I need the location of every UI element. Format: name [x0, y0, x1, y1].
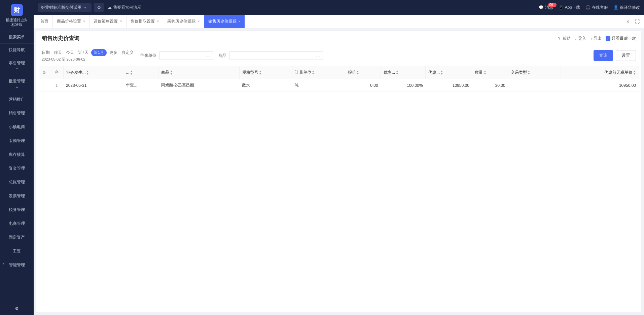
topbar-selector[interactable]: 好业财标准版交付试用 ▼ [38, 3, 92, 12]
tab-purchase-strategy[interactable]: 进价策略设置 × [90, 15, 126, 28]
product-input[interactable]: … [229, 51, 323, 60]
date-btn-yesterday[interactable]: 昨天 [52, 49, 63, 56]
th-trade-type[interactable]: 交易类型▲▼ [508, 66, 561, 79]
date-btn-more[interactable]: 更多 [108, 49, 119, 56]
row-more: 华查... [123, 79, 158, 92]
sidebar-item-ledger[interactable]: 总账管理 [0, 175, 34, 189]
from-unit-label: 往来单位 [140, 53, 156, 59]
tab-product-price[interactable]: 商品价格设置 × [53, 15, 90, 28]
message-badge: 99+ [548, 3, 557, 7]
sidebar-item-tax[interactable]: 税务管理 [0, 203, 34, 217]
sidebar-item-finance[interactable]: 资金管理 [0, 162, 34, 175]
th-more[interactable]: ...▲▼ [123, 66, 158, 79]
from-unit-input[interactable]: … [159, 51, 213, 60]
payroll-label: 工资 [13, 248, 21, 254]
help-button[interactable]: ？ 帮助 [557, 36, 571, 41]
sidebar-item-sales[interactable]: 销售管理 [0, 106, 34, 120]
user-menu[interactable]: 👤 徐泽华修改 [613, 5, 640, 10]
th-product[interactable]: 商品▲▼ [158, 66, 239, 79]
date-btn-7days[interactable]: 近7天 [77, 49, 90, 56]
topbar: 好业财标准版交付试用 ▼ ⚙ ☁ 我要看实例演示 💬 99+ 消息 📱 App下… [34, 0, 644, 15]
expand-window-button[interactable]: ⛶ [633, 18, 641, 26]
import-icon: ↓ [575, 36, 577, 41]
ecommerce-label: 电商管理 [9, 221, 25, 226]
th-discount2[interactable]: 优惠...▲▼ [425, 66, 472, 79]
th-quantity[interactable]: 数量▲▼ [472, 66, 508, 79]
service-button[interactable]: 🎧 在线客服 [585, 5, 608, 10]
service-icon: 🎧 [585, 5, 591, 10]
user-avatar-icon: 👤 [613, 5, 618, 10]
import-button[interactable]: ↓ 导入 [575, 36, 586, 41]
filter-bar: 日期 昨天 今天 近7天 近1月 更多 自定义 2023-05-02 至 202… [36, 45, 641, 66]
product-filter-group: 商品 … [218, 51, 323, 60]
sidebar-item-purchase[interactable]: 采购管理 [0, 134, 34, 148]
tab-price-extract[interactable]: 售价提取设置 × [127, 15, 163, 28]
date-btn-today[interactable]: 今天 [65, 49, 75, 56]
nav-label: 快捷导航 [9, 47, 25, 52]
topbar-gear-button[interactable]: ⚙ [94, 3, 104, 12]
sidebar-item-wholesale[interactable]: 批发管理 ▴ [0, 74, 34, 93]
ecommerce-small-label: 小畅电商 [9, 124, 25, 130]
th-unit[interactable]: 计量单位▲▼ [292, 66, 345, 79]
th-pretax-price[interactable]: 优惠前无税单价▲▼ [561, 66, 639, 79]
sidebar-search[interactable]: 搜索菜单 [0, 31, 34, 44]
sidebar-item-assets[interactable]: 固定资产 [0, 231, 34, 244]
sidebar-item-ecommerce[interactable]: 电商管理 [0, 217, 34, 231]
date-btn-custom[interactable]: 自定义 [120, 49, 135, 56]
sidebar-item-inventory[interactable]: 库存核算 [0, 148, 34, 162]
th-spec[interactable]: 规格型号▲▼ [239, 66, 292, 79]
tab-sales-history[interactable]: 销售历史价跟踪 × [204, 15, 245, 28]
tab-sales-history-close[interactable]: × [239, 20, 241, 23]
help-icon: ？ [557, 36, 561, 41]
demo-button[interactable]: ☁ 我要看实例演示 [108, 5, 141, 10]
row-pretax-price: 10950.00 [561, 79, 639, 92]
date-buttons-group: 日期 昨天 今天 近7天 近1月 更多 自定义 [42, 49, 135, 56]
app-download-button[interactable]: 📱 App下载 [559, 5, 580, 10]
page-header: 销售历史价查询 ？ 帮助 ↓ 导入 ↑ 导出 ✓ 只看最后一次 [36, 31, 641, 45]
service-label: 在线客服 [592, 5, 608, 10]
tab-purchase-strategy-close[interactable]: × [120, 20, 122, 23]
smart-label: 智能管理 [9, 262, 25, 268]
tab-purchase-history-close[interactable]: × [198, 20, 200, 23]
only-last-checkbox[interactable]: ✓ 只看最后一次 [606, 36, 636, 41]
message-button[interactable]: 💬 99+ 消息 [539, 5, 553, 10]
sidebar-quick-nav[interactable]: 快捷导航 [0, 44, 34, 56]
sidebar-item-marketing[interactable]: 营销推广 [0, 93, 34, 106]
sidebar-settings-button[interactable]: ⚙ [0, 302, 34, 315]
filter-actions: 查询 设置 [594, 50, 636, 61]
sidebar-item-smart[interactable]: 智能管理 [0, 258, 34, 272]
sidebar-item-payroll[interactable]: 工资 [0, 244, 34, 258]
tab-sales-history-label: 销售历史价跟踪 [208, 19, 237, 24]
close-window-button[interactable]: × [624, 18, 632, 26]
product-dots[interactable]: … [316, 53, 320, 58]
tab-product-price-close[interactable]: × [83, 20, 85, 23]
sidebar-item-ecommerce-small[interactable]: 小畅电商 [0, 120, 34, 134]
settings-button[interactable]: 设置 [616, 50, 636, 61]
th-gear[interactable]: ⚙ [39, 66, 50, 79]
th-discount1[interactable]: 优惠...▲▼ [381, 66, 426, 79]
sidebar-item-retail[interactable]: 零售管理 ▾ [0, 56, 34, 74]
tax-label: 税务管理 [9, 207, 25, 213]
export-icon: ↑ [590, 36, 592, 41]
marketing-label: 营销推广 [9, 97, 25, 102]
from-unit-dots[interactable]: … [205, 53, 210, 58]
row-product: 丙烯酸-2-乙基己酯 [158, 79, 239, 92]
tab-purchase-history[interactable]: 采购历史价跟踪 × [163, 15, 204, 28]
query-button[interactable]: 查询 [594, 50, 613, 61]
tabs-right-controls: × ⛶ [621, 18, 644, 26]
sidebar-logo: 财 畅捷通好业财标准版 [0, 0, 34, 31]
export-button[interactable]: ↑ 导出 [590, 36, 602, 41]
row-biz-date: 2023-05-31 [63, 79, 123, 92]
date-buttons: 昨天 今天 近7天 近1月 更多 自定义 [52, 49, 135, 56]
th-biz-date[interactable]: 业务发生...▲▼ [63, 66, 123, 79]
tab-price-extract-close[interactable]: × [157, 20, 159, 23]
tab-price-extract-label: 售价提取设置 [131, 19, 155, 24]
date-btn-1month[interactable]: 近1月 [91, 49, 107, 56]
import-label: 导入 [578, 36, 586, 41]
logo-icon: 财 [11, 4, 23, 16]
tab-purchase-history-label: 采购历史价跟踪 [167, 19, 195, 24]
th-price[interactable]: 报价▲▼ [345, 66, 381, 79]
tab-home[interactable]: 首页 [36, 15, 53, 28]
row-spec: 散水 [239, 79, 292, 92]
sidebar-item-invoice[interactable]: 发票管理 [0, 189, 34, 203]
